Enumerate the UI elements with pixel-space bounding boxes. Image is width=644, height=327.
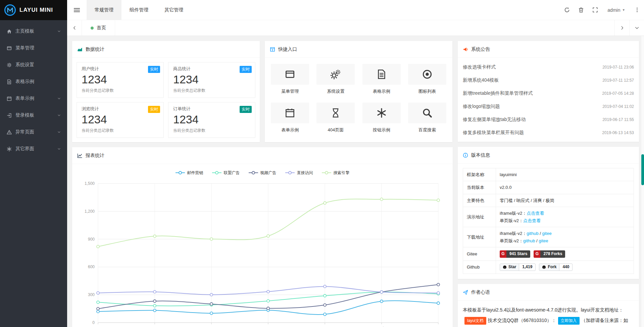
sidebar: LAYUI MINI 主页模板 菜单管理 系统设置 表格示例 表单示例 [0,0,67,327]
trash-button[interactable] [574,0,588,20]
header-nav: 常规管理组件管理其它管理 [87,0,191,20]
sidebar-item-menu-manage[interactable]: 菜单管理 [0,40,67,56]
version-link[interactable]: 点击查看 [523,218,541,223]
version-link[interactable]: gitee [539,238,548,243]
version-row: Gitee G 941 Stars G 278 Forks [463,247,634,261]
tab-list: 首页 [82,20,614,36]
quick-link-label: 系统设置 [327,88,344,94]
file-text-icon [7,79,12,84]
version-card: 版本信息 框架名称 layuimini 当前版本 v2.0.0 主要特色 零门槛… [458,147,639,279]
announcement-item[interactable]: 修改选项卡样式 2019-07-11 23:06 [463,60,634,74]
tab-home[interactable]: 首页 [82,20,115,36]
legend-label: 邮件营销 [187,170,203,176]
chevron-down-icon [635,26,639,30]
sidebar-item-login-template[interactable]: 登录模板 [0,107,67,124]
sidebar-item-table-demo[interactable]: 表格示例 [0,73,67,90]
fullscreen-button[interactable] [588,0,602,20]
refresh-icon [564,7,570,13]
card-title: 报表统计 [86,153,104,159]
warning-icon [7,130,12,135]
sidebar-item-system-setting[interactable]: 系统设置 [0,56,67,73]
version-link[interactable]: github [523,238,535,243]
report-card: 报表统计 邮件营销 联盟广告 视频广告 [72,147,453,327]
calendar-icon [271,103,309,123]
refresh-button[interactable] [560,0,574,20]
logo[interactable]: LAYUI MINI [0,0,67,20]
quick-link-page404[interactable]: 404页面 [314,103,357,133]
quick-link-button[interactable]: 按钮示例 [360,103,403,133]
scrollbar-thumb[interactable] [641,154,644,185]
report-body: 邮件营销 联盟广告 视频广告 直接访问 [72,164,453,327]
announcement-item[interactable]: 新增treetable插件和菜单管理样式 2019-07-05 14:28 [463,87,634,100]
sidebar-item-other-ui[interactable]: 其它界面 [0,140,67,157]
sidebar-item-form-demo[interactable]: 表单示例 [0,90,67,107]
nav-tab[interactable]: 常规管理 [87,0,121,20]
nav-tab[interactable]: 组件管理 [121,0,156,20]
sidebar-toggle-button[interactable] [67,0,87,20]
version-row-label: Github [463,260,496,274]
legend-marker-icon [176,171,185,174]
legend-item[interactable]: 邮件营销 [176,170,203,176]
quick-link-baidu[interactable]: 百度搜索 [406,103,448,133]
card-title: 系统公告 [471,46,490,52]
announcement-item[interactable]: 修改logo缩放问题 2019-07-04 11:02 [463,100,634,113]
tabs-scroll-right-button[interactable] [614,20,629,36]
stat-value: 1234 [82,113,159,126]
page-scrollbar[interactable] [641,36,644,327]
outdent-icon [74,8,80,12]
quick-link-form[interactable]: 表单示例 [269,103,311,133]
svg-text:1,500: 1,500 [85,181,95,186]
version-row-label: 当前版本 [463,181,496,194]
stat-value: 1234 [82,73,159,86]
stat-name: 用户统计 [82,66,159,72]
quick-link-menu[interactable]: 菜单管理 [269,64,311,94]
legend-item[interactable]: 直接访问 [285,170,313,176]
author-badge[interactable]: 立即加入 [558,317,580,325]
version-row-value: Star 1,419 Fork 440 [496,260,634,274]
quick-link-table[interactable]: 表格示例 [360,64,403,94]
version-link[interactable]: 点击查看 [527,211,544,216]
version-link[interactable]: github [527,231,538,236]
user-menu[interactable]: admin ▾ [602,0,630,20]
github-badge[interactable]: Fork 440 [539,263,573,271]
sidebar-item-home-template[interactable]: 主页模板 [0,23,67,40]
report-chart: 03006009001,2001,500周一周二周三周四周五周六周日 [77,179,448,327]
tabs-menu-button[interactable] [629,20,644,36]
version-row-value: G 941 Stars G 278 Forks [496,247,634,261]
sidebar-item-error-page[interactable]: 异常页面 [0,124,67,140]
stat-value: 1234 [173,113,250,126]
quick-link-label: 图标列表 [418,88,436,94]
gitee-badge[interactable]: G 941 Stars [500,250,530,258]
quick-card-header: 快捷入口 [265,41,452,58]
quick-link-setting[interactable]: 系统设置 [314,64,357,94]
announcement-item[interactable]: 修复左侧菜单缩放tab无法移动 2019-06-17 11:55 [463,113,634,126]
content: 数据统计 用户统计 1234 当前分类总记录数 实时 商品统计 1234 当前分… [67,36,644,327]
chevron-down-icon [57,96,61,100]
search-icon [408,103,446,123]
legend-item[interactable]: 搜索引擎 [322,170,350,176]
version-row-label: Gitee [463,247,496,261]
announcement-item[interactable]: 新增系统404模板 2019-07-11 12:57 [463,74,634,87]
header-right: admin ▾ [560,0,644,20]
github-badge[interactable]: Star 1,419 [500,263,536,271]
more-menu-button[interactable] [630,0,644,20]
version-link[interactable]: gitee [542,231,551,236]
announcement-item[interactable]: 修复多模块菜单栏展开有问题 2019-06-13 14:53 [463,126,634,139]
legend-item[interactable]: 视频广告 [249,170,277,176]
gitee-badge[interactable]: G 278 Forks [534,250,565,258]
legend-item[interactable]: 联盟广告 [212,170,240,176]
quick-card: 快捷入口 菜单管理 系统设置 表格示例 图标列表 表单示例 404页面 按 [265,41,452,142]
quick-link-icons[interactable]: 图标列表 [406,64,448,94]
nav-tab[interactable]: 其它管理 [156,0,191,20]
asterisk-icon [7,147,12,152]
window-icon [271,64,309,85]
tabs-scroll-left-button[interactable] [67,20,82,36]
stat-panel: 商品统计 1234 当前分类总记录数 实时 [168,62,255,98]
legend-label: 直接访问 [297,170,313,176]
tabbar: 首页 [67,20,644,36]
version-row-value: 零门槛 / 响应式 / 清爽 / 极简 [496,194,634,207]
stat-name: 商品统计 [173,66,250,72]
stats-card: 数据统计 用户统计 1234 当前分类总记录数 实时 商品统计 1234 当前分… [72,41,260,142]
author-badge[interactable]: layui文档 [464,317,486,325]
svg-text:600: 600 [88,264,95,269]
